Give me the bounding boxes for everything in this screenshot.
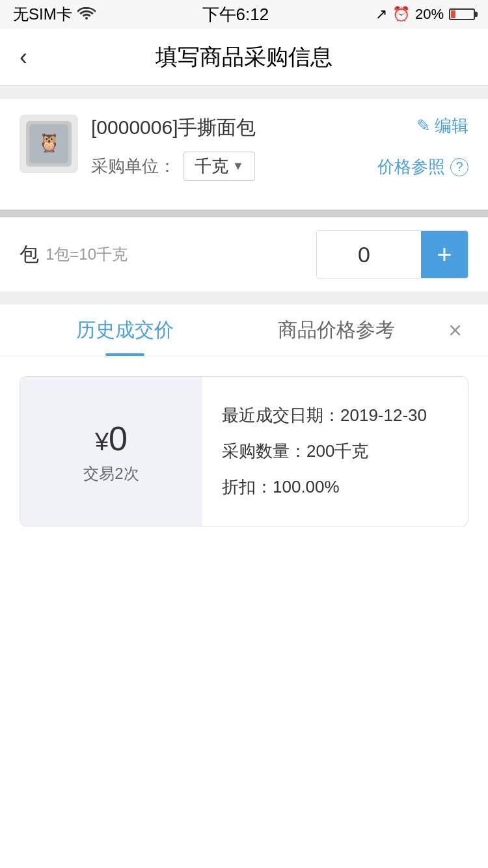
edit-icon: ✎ (416, 116, 431, 136)
date-value: 2019-12-30 (340, 405, 427, 425)
qty-unit: 包 (20, 241, 39, 268)
status-time: 下午6:12 (202, 3, 269, 26)
status-bar: 无SIM卡 下午6:12 ↗ ⏰ 20% (0, 0, 488, 29)
price-number: 0 (109, 420, 128, 457)
tab-price-ref-label: 商品价格参考 (278, 317, 395, 344)
product-right: ✎ 编辑 价格参照 ? (377, 115, 468, 178)
product-left: 🦉 [0000006]手撕面包 采购单位： 千克 ▼ (20, 115, 256, 181)
quantity-section: 包 1包=10千克 + (0, 217, 488, 292)
svg-text:🦉: 🦉 (38, 132, 61, 154)
status-right: ↗ ⏰ 20% (375, 6, 475, 23)
yen-symbol: ¥ (95, 428, 109, 455)
qty-value: 200千克 (306, 441, 368, 461)
txn-count: 交易2次 (83, 463, 139, 484)
card-price-left: ¥0 交易2次 (20, 377, 202, 526)
discount-row: 折扣：100.00% (222, 474, 448, 500)
history-card: ¥0 交易2次 最近成交日期：2019-12-30 采购数量：200千克 折扣：… (20, 376, 468, 526)
date-row: 最近成交日期：2019-12-30 (222, 403, 448, 428)
unit-label: 采购单位： (91, 155, 176, 178)
tabs-header: 历史成交价 商品价格参考 × (0, 305, 488, 357)
tab-price-ref[interactable]: 商品价格参考 (230, 305, 441, 356)
unit-row: 采购单位： 千克 ▼ (91, 152, 256, 181)
qty-conversion: 1包=10千克 (46, 244, 128, 265)
product-header: 🦉 [0000006]手撕面包 采购单位： 千克 ▼ ✎ 编辑 (20, 115, 468, 181)
dropdown-arrow-icon: ▼ (232, 159, 244, 173)
no-sim-label: 无SIM卡 (13, 4, 72, 25)
product-info: [0000006]手撕面包 采购单位： 千克 ▼ (91, 115, 256, 181)
tabs-close-button[interactable]: × (442, 317, 468, 344)
section-divider (0, 210, 488, 217)
back-button[interactable]: ‹ (20, 44, 59, 71)
discount-value: 100.00% (273, 477, 340, 496)
info-icon: ? (450, 158, 468, 176)
tab-history-price[interactable]: 历史成交价 (20, 305, 230, 356)
qty-label: 采购数量： (222, 441, 306, 461)
qty-row: 采购数量：200千克 (222, 439, 448, 464)
quantity-plus-button[interactable]: + (421, 231, 468, 278)
quantity-left: 包 1包=10千克 (20, 241, 128, 268)
card-container: ¥0 交易2次 最近成交日期：2019-12-30 采购数量：200千克 折扣：… (0, 357, 488, 546)
location-icon: ↗ (375, 6, 387, 23)
page-title: 填写商品采购信息 (156, 42, 332, 72)
product-thumbnail: 🦉 (26, 121, 72, 167)
tab-history-label: 历史成交价 (76, 317, 174, 344)
bottom-area (0, 546, 488, 868)
nav-bar: ‹ 填写商品采购信息 (0, 29, 488, 86)
alarm-icon: ⏰ (392, 6, 410, 23)
card-price-value: ¥0 (95, 419, 128, 458)
price-ref-label: 价格参照 (377, 156, 445, 178)
unit-value: 千克 (195, 155, 228, 178)
price-ref-button[interactable]: 价格参照 ? (377, 156, 468, 178)
wifi-icon (77, 5, 96, 23)
edit-label: 编辑 (435, 115, 468, 137)
product-section: 🦉 [0000006]手撕面包 采购单位： 千克 ▼ ✎ 编辑 (0, 99, 488, 210)
edit-button[interactable]: ✎ 编辑 (416, 115, 468, 137)
date-label: 最近成交日期： (222, 405, 340, 425)
unit-select-button[interactable]: 千克 ▼ (183, 152, 255, 181)
quantity-input[interactable] (317, 231, 421, 278)
discount-label: 折扣： (222, 477, 273, 496)
card-details-right: 最近成交日期：2019-12-30 采购数量：200千克 折扣：100.00% (202, 377, 468, 526)
quantity-input-group: + (316, 230, 468, 278)
tabs-section: 历史成交价 商品价格参考 × ¥0 交易2次 最近成交日期：2019-12-30… (0, 305, 488, 546)
tab-active-indicator (105, 353, 144, 356)
status-left: 无SIM卡 (13, 4, 96, 25)
product-image: 🦉 (20, 115, 78, 173)
battery-pct: 20% (415, 6, 444, 23)
battery-icon (449, 8, 475, 20)
product-name: [0000006]手撕面包 (91, 115, 256, 141)
